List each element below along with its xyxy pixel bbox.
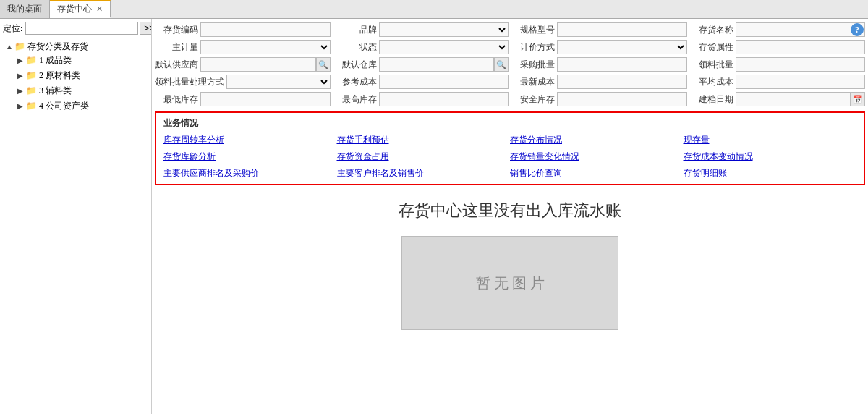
summary-link-4[interactable]: 存货库龄分析 (163, 151, 337, 163)
filter-label-inventory-code: 存货编码 (155, 24, 198, 36)
filter-input-inventory-attr[interactable] (736, 40, 866, 54)
filter-label-spec: 规格型号 (511, 24, 555, 36)
filter-select-price-method[interactable] (557, 40, 687, 54)
summary-link-0[interactable]: 库存周转率分析 (163, 134, 337, 146)
help-icon[interactable]: ? (851, 23, 864, 36)
tree-child-folder-4: 📁 (26, 101, 37, 111)
tree-children: ▶ 📁 1 成品类 ▶ 📁 2 原材料类 ▶ 📁 3 辅料类 (6, 53, 148, 114)
filter-cell-inventory-name: 存货名称 (690, 22, 866, 38)
filter-input-build-date[interactable] (736, 92, 851, 106)
filter-label-default-supplier: 默认供应商 (155, 59, 198, 71)
summary-link-1[interactable]: 存货手利预估 (337, 134, 511, 146)
locate-label: 定位: (3, 22, 22, 35)
tree-folder-icon: 📁 (14, 41, 25, 52)
summary-link-11[interactable]: 存货明细账 (684, 167, 857, 179)
filter-input-spec[interactable] (557, 22, 687, 37)
filter-label-avg-cost: 平均成本 (690, 76, 733, 88)
tab-bar: 我的桌面 存货中心 ✕ (0, 0, 868, 19)
filter-input-safe-stock[interactable] (557, 92, 687, 106)
tree-child-1[interactable]: ▶ 📁 1 成品类 (17, 53, 148, 68)
filter-cell-min-stock: 最低库存 (155, 91, 331, 107)
tree-root-node[interactable]: ▲ 📁 存货分类及存货 ▶ 📁 1 成品类 ▶ 📁 2 原材料类 (3, 39, 148, 115)
summary-link-2[interactable]: 存货分布情况 (510, 134, 684, 146)
summary-link-10[interactable]: 销售比价查询 (510, 167, 684, 179)
filter-label-ref-cost: 参考成本 (333, 76, 377, 88)
sidebar: 定位: >> ▲ 📁 存货分类及存货 ▶ 📁 1 成品类 ▶ (0, 19, 152, 414)
tab-inventory-label: 存货中心 (57, 3, 92, 15)
tab-desktop[interactable]: 我的桌面 (0, 0, 50, 18)
tree-child-2[interactable]: ▶ 📁 2 原材料类 (17, 68, 148, 83)
filter-input-material-batch[interactable] (736, 57, 866, 72)
tree-child-expand-1: ▶ (17, 56, 26, 64)
filter-label-price-method: 计价方式 (511, 41, 555, 54)
filter-cell-material-batch: 领料批量 (690, 56, 866, 72)
summary-title: 业务情况 (163, 117, 856, 130)
filter-input-default-supplier[interactable] (200, 57, 316, 72)
filter-label-latest-cost: 最新成本 (511, 76, 555, 88)
locate-input[interactable] (25, 22, 138, 35)
filter-input-inventory-name[interactable] (736, 22, 866, 37)
tree-child-folder-1: 📁 (26, 55, 37, 66)
summary-link-8[interactable]: 主要供应商排名及采购价 (163, 167, 337, 179)
filter-cell-latest-cost: 最新成本 (511, 74, 687, 90)
tab-inventory-close[interactable]: ✕ (96, 4, 103, 14)
tree-child-expand-4: ▶ (17, 102, 26, 110)
filter-label-purchase-batch: 采购批量 (511, 59, 555, 71)
filter-cell-brand: 品牌 (333, 22, 509, 38)
filter-cell-main-unit: 主计量 (155, 39, 331, 55)
filter-select-material-process[interactable] (226, 75, 331, 89)
filter-label-safe-stock: 安全库存 (511, 93, 555, 106)
tree-child-label-4: 4 公司资产类 (39, 100, 89, 112)
tree-child-expand-3: ▶ (17, 87, 26, 95)
filter-label-main-unit: 主计量 (155, 41, 198, 54)
filter-btn-default-supplier[interactable]: 🔍 (316, 57, 331, 72)
content-area: 存货编码 品牌 规格型号 存货名称 主计量 状态 (152, 19, 868, 414)
filter-input-purchase-batch[interactable] (557, 57, 687, 72)
filter-input-latest-cost[interactable] (557, 75, 687, 89)
filter-cell-default-supplier: 默认供应商 🔍 (155, 56, 331, 72)
tree-child-3[interactable]: ▶ 📁 3 辅料类 (17, 83, 148, 98)
summary-section: 业务情况 库存周转率分析 存货手利预估 存货分布情况 现存量 存货库龄分析 存货… (155, 111, 865, 185)
filter-select-main-unit[interactable] (200, 40, 331, 54)
filter-input-max-stock[interactable] (379, 92, 509, 106)
filter-cell-material-process: 领料批量处理方式 (155, 74, 331, 90)
summary-links-grid: 库存周转率分析 存货手利预估 存货分布情况 现存量 存货库龄分析 存货资金占用 … (163, 134, 856, 179)
image-placeholder-wrapper: 暂 无 图 片 (155, 236, 865, 330)
tab-inventory[interactable]: 存货中心 ✕ (50, 0, 111, 18)
filter-cell-price-method: 计价方式 (511, 39, 687, 55)
filter-btn-default-warehouse[interactable]: 🔍 (494, 57, 509, 72)
summary-link-3[interactable]: 现存量 (684, 134, 857, 146)
filter-grid: 存货编码 品牌 规格型号 存货名称 主计量 状态 (155, 22, 865, 107)
filter-input-ref-cost[interactable] (379, 75, 509, 89)
filter-cell-safe-stock: 安全库存 (511, 91, 687, 107)
filter-select-status[interactable] (379, 40, 509, 54)
tree-root: ▲ 📁 存货分类及存货 ▶ 📁 1 成品类 ▶ 📁 2 原材料类 (3, 39, 148, 115)
tree-child-label-2: 2 原材料类 (39, 69, 80, 82)
filter-cell-max-stock: 最高库存 (333, 91, 509, 107)
filter-label-max-stock: 最高库存 (333, 93, 377, 106)
summary-link-9[interactable]: 主要客户排名及销售价 (337, 167, 511, 179)
filter-label-inventory-name: 存货名称 (690, 24, 733, 36)
tree-child-label-3: 3 辅料类 (39, 85, 72, 97)
tab-desktop-label: 我的桌面 (7, 3, 42, 15)
locate-row: 定位: >> (3, 22, 148, 35)
filter-cell-default-warehouse: 默认仓库 🔍 (333, 56, 509, 72)
image-placeholder: 暂 无 图 片 (401, 236, 618, 330)
summary-link-6[interactable]: 存货销量变化情况 (510, 151, 684, 163)
filter-label-brand: 品牌 (333, 24, 377, 36)
filter-input-inventory-code[interactable] (200, 22, 331, 37)
tree-child-4[interactable]: ▶ 📁 4 公司资产类 (17, 98, 148, 114)
summary-link-7[interactable]: 存货成本变动情况 (684, 151, 857, 163)
calendar-icon[interactable]: 📅 (851, 92, 865, 106)
filter-cell-avg-cost: 平均成本 (690, 74, 866, 90)
filter-input-avg-cost[interactable] (736, 75, 866, 89)
filter-input-default-warehouse[interactable] (379, 57, 495, 72)
filter-cell-inventory-code: 存货编码 (155, 22, 331, 38)
filter-input-min-stock[interactable] (200, 92, 331, 106)
tree-child-folder-3: 📁 (26, 85, 37, 96)
tree-expand-icon: ▲ (6, 43, 14, 51)
locate-button[interactable]: >> (140, 22, 152, 35)
summary-link-5[interactable]: 存货资金占用 (337, 151, 511, 163)
filter-select-brand[interactable] (379, 22, 509, 37)
filter-label-build-date: 建档日期 (690, 93, 733, 106)
